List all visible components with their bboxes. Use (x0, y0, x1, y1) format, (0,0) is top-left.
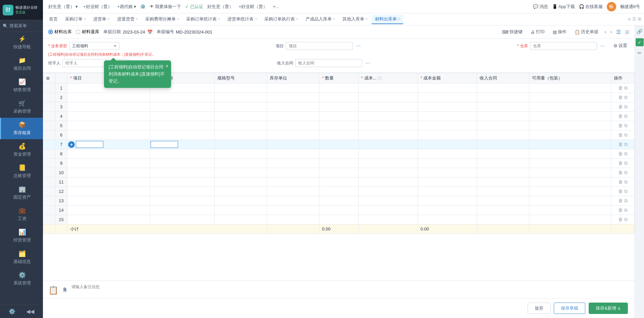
row-available-1[interactable] (529, 84, 611, 93)
row-delete-8[interactable]: 🗑 (618, 151, 623, 157)
tab-close-2[interactable]: × (108, 17, 110, 21)
row-spec-11[interactable] (214, 177, 267, 187)
row-material-10[interactable] (150, 168, 214, 177)
topbar-more1[interactable]: 好生意（普） (206, 3, 235, 10)
row-copy-2[interactable]: ⧉ (624, 95, 628, 100)
row-project-7[interactable]: + (67, 140, 150, 149)
tab-close-3[interactable]: × (136, 17, 138, 21)
save-new-arrow[interactable]: ∧ (618, 306, 621, 311)
sidebar-item-inventory[interactable]: 📦 库存核算 (0, 118, 43, 139)
row-qty-13[interactable] (319, 196, 359, 206)
row-cost-amount-8[interactable] (418, 149, 477, 159)
row-cost-amount-7[interactable] (418, 140, 477, 149)
settings-icon[interactable]: ⚙️ (9, 308, 15, 315)
row-delete-11[interactable]: 🗑 (618, 179, 623, 185)
tab-close-1[interactable]: × (84, 17, 86, 21)
project-dots[interactable]: ··· (356, 43, 361, 49)
row-available-3[interactable] (529, 102, 611, 112)
row-material-5[interactable] (150, 121, 214, 130)
row-delete-13[interactable]: 🗑 (618, 198, 623, 204)
row-delete-15[interactable]: 🗑 (618, 217, 623, 222)
close-all-icon[interactable]: × (628, 16, 631, 22)
row-qty-9[interactable] (319, 159, 359, 168)
sidebar-item-fixedasset[interactable]: 🏢 固定资产 (0, 182, 43, 204)
layout-list-btn[interactable]: ☰ (616, 29, 621, 35)
row-income-4[interactable] (477, 112, 529, 121)
row-project-4[interactable] (67, 112, 150, 121)
row-material-4[interactable] (150, 112, 214, 121)
row-unit-1[interactable] (267, 84, 319, 93)
row-cost-2[interactable] (359, 93, 418, 102)
row-spec-13[interactable] (214, 196, 267, 206)
row-cost-amount-10[interactable] (418, 168, 477, 177)
row-copy-10[interactable]: ⧉ (624, 170, 628, 175)
income-contract-input[interactable] (295, 59, 362, 67)
row-available-13[interactable] (529, 196, 611, 206)
row-cost-1[interactable] (359, 84, 418, 93)
row-delete-6[interactable]: 🗑 (618, 132, 623, 138)
row-spec-6[interactable] (214, 130, 267, 140)
row-material-7[interactable] (150, 140, 214, 149)
row-available-10[interactable] (529, 168, 611, 177)
sidebar-search[interactable]: 🔍 搜索菜单 (0, 20, 43, 32)
tab-close-9[interactable]: × (366, 17, 368, 21)
operations-btn[interactable]: ▤ 操作 (551, 28, 569, 36)
row-cost-amount-15[interactable] (418, 215, 477, 224)
row-qty-4[interactable] (319, 112, 359, 121)
right-edit-icon[interactable]: ✓ (636, 38, 644, 46)
row-project-5[interactable] (67, 121, 150, 130)
row-available-4[interactable] (529, 112, 611, 121)
row-material-12[interactable] (150, 187, 214, 196)
sidebar-item-base[interactable]: 🗂️ 基础信息 (0, 247, 43, 268)
row-cost-amount-12[interactable] (418, 187, 477, 196)
tab-10[interactable]: 材料出库单× (372, 15, 404, 24)
print-btn[interactable]: 🖨 打印 (529, 28, 547, 36)
row-cost-14[interactable] (359, 206, 418, 215)
row-unit-9[interactable] (267, 159, 319, 168)
row-copy-6[interactable]: ⧉ (624, 132, 628, 138)
nav-next-btn[interactable]: › (610, 29, 612, 35)
row-project-8[interactable] (67, 149, 150, 159)
business-type-select[interactable]: 工程领料 直接领料 (69, 42, 119, 50)
sidebar-item-salary[interactable]: 💼 工资 (0, 204, 43, 225)
row-income-6[interactable] (477, 130, 529, 140)
row-delete-7[interactable]: 🗑 (618, 142, 623, 147)
row-income-5[interactable] (477, 121, 529, 130)
row-qty-5[interactable] (319, 121, 359, 130)
row-available-15[interactable] (529, 215, 611, 224)
sidebar-item-project[interactable]: 📁 项目合同 (0, 53, 43, 75)
row-income-13[interactable] (477, 196, 529, 206)
row-copy-7[interactable]: ⧉ (624, 142, 628, 147)
row-cost-8[interactable] (359, 149, 418, 159)
row-income-12[interactable] (477, 187, 529, 196)
row-income-2[interactable] (477, 93, 529, 102)
row-qty-3[interactable] (319, 102, 359, 112)
row-available-8[interactable] (529, 149, 611, 159)
sidebar-item-purchase[interactable]: 🛒 采购管理 (0, 96, 43, 118)
discard-button[interactable]: 放弃 (528, 303, 550, 314)
topbar-more3[interactable]: +... (271, 3, 280, 10)
row-copy-14[interactable]: ⧉ (624, 207, 628, 213)
row-cost-amount-1[interactable] (418, 84, 477, 93)
row-available-2[interactable] (529, 93, 611, 102)
row-spec-2[interactable] (214, 93, 267, 102)
row-spec-10[interactable] (214, 168, 267, 177)
row-unit-2[interactable] (267, 93, 319, 102)
col-settings-icon[interactable]: ⚙ (46, 76, 50, 81)
row-project-input-7[interactable] (76, 141, 103, 148)
sidebar-item-ledger[interactable]: 📒 总账管理 (0, 161, 43, 182)
layout-grid-icon[interactable]: ⊞ (638, 16, 641, 22)
radio-material-return[interactable]: 材料退库 (76, 29, 99, 35)
history-btn[interactable]: 📋 历史单据 (573, 28, 600, 36)
row-unit-5[interactable] (267, 121, 319, 130)
row-qty-12[interactable] (319, 187, 359, 196)
tab-close-4[interactable]: × (177, 17, 179, 21)
row-unit-4[interactable] (267, 112, 319, 121)
row-unit-12[interactable] (267, 187, 319, 196)
row-income-7[interactable] (477, 140, 529, 149)
row-project-14[interactable] (67, 206, 150, 215)
row-cost-12[interactable] (359, 187, 418, 196)
row-cost-15[interactable] (359, 215, 418, 224)
row-cost-3[interactable] (359, 102, 418, 112)
project-input[interactable] (286, 42, 353, 50)
